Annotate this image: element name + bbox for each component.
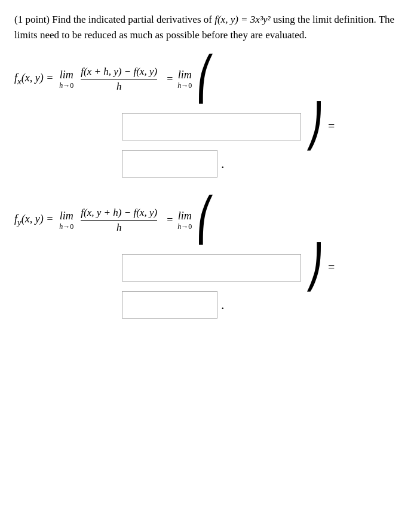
fy-lim2-word: lim (178, 210, 192, 222)
fy-lhs: fy(x, y) = (14, 213, 53, 228)
fx-input-2[interactable] (122, 150, 217, 178)
function-definition: f(x, y) = 3x³y² (214, 14, 270, 25)
fx-lhs: fx(x, y) = (14, 72, 53, 87)
fx-dot: . (221, 156, 225, 172)
fx-section: fx(x, y) = lim h→0 f(x + h, y) − f(x, y)… (14, 60, 406, 178)
fx-fraction: f(x + h, y) − f(x, y) h (81, 66, 157, 93)
fx-lim1-sub: h→0 (59, 81, 73, 90)
fy-input-row-2: . (122, 291, 406, 319)
fy-lim2-sub: h→0 (177, 222, 192, 231)
fy-input-row-1: ⎠ = (122, 249, 406, 286)
fy-close-paren: ⎠ (303, 249, 324, 286)
fy-lim1-word: lim (60, 210, 73, 222)
fy-input-1[interactable] (122, 254, 301, 282)
fx-lim2-word: lim (178, 69, 192, 81)
fy-dot: . (221, 297, 225, 313)
problem-text-content: (1 point) Find the indicated partial der… (14, 14, 394, 41)
fy-open-paren: ⎛ (195, 201, 216, 239)
fx-input-row-2: . (122, 150, 406, 178)
fx-lim2-sub: h→0 (177, 81, 192, 90)
fy-eq-after-paren: = (328, 261, 335, 274)
fx-open-paren: ⎛ (195, 60, 216, 98)
fx-input-1[interactable] (122, 113, 301, 140)
fx-equals: = (167, 73, 173, 85)
fy-section: fy(x, y) = lim h→0 f(x, y + h) − f(x, y)… (14, 201, 406, 319)
fy-lim1-block: lim h→0 (59, 210, 73, 231)
fx-lim1-word: lim (60, 69, 73, 81)
fx-close-paren: ⎠ (303, 108, 324, 145)
problem-statement: (1 point) Find the indicated partial der… (14, 12, 406, 42)
fx-numerator: f(x + h, y) − f(x, y) (81, 66, 157, 79)
fx-input-row-1: ⎠ = (122, 108, 406, 145)
fy-input-2[interactable] (122, 291, 217, 319)
fy-denominator: h (117, 221, 122, 234)
fy-lim1-sub: h→0 (59, 222, 73, 231)
fx-lim1-block: lim h→0 (59, 69, 73, 90)
fx-eq-after-paren: = (328, 120, 335, 133)
fx-denominator: h (117, 79, 122, 93)
fy-fraction: f(x, y + h) − f(x, y) h (81, 207, 157, 234)
fy-equation-row: fy(x, y) = lim h→0 f(x, y + h) − f(x, y)… (14, 201, 406, 239)
fy-lim2-block: lim h→0 (177, 210, 192, 231)
fx-equation-row: fx(x, y) = lim h→0 f(x + h, y) − f(x, y)… (14, 60, 406, 98)
fy-equals: = (167, 214, 173, 227)
fy-numerator: f(x, y + h) − f(x, y) (81, 207, 157, 221)
fx-lim2-block: lim h→0 (177, 69, 192, 90)
